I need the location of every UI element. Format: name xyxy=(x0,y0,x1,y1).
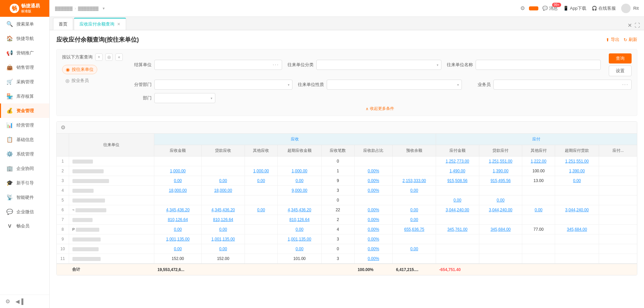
sidebar-item-marketing[interactable]: 📢 营销推广 xyxy=(0,46,49,60)
messages-button[interactable]: 💬 消息 99+ xyxy=(542,5,558,11)
sidebar-item-label: 基础信息 xyxy=(16,137,34,143)
cell-unit[interactable] xyxy=(69,166,154,176)
subfilter-by-staff[interactable]: ◎ 按业务员 xyxy=(62,76,97,85)
app-download-button[interactable]: 📱 App下载 xyxy=(563,5,586,11)
header-gear-icon[interactable]: ⚙ xyxy=(520,5,525,11)
subfilter-staff-icon: ◎ xyxy=(65,78,69,83)
online-service-button[interactable]: 🎧 在线客服 xyxy=(592,5,616,11)
table-footer-row: 合计 19,553,472,6... 100.00% 6,417,215....… xyxy=(57,264,637,275)
filter-department: 部门 ▾ xyxy=(128,93,215,103)
tab-ar-ap[interactable]: 应收应付余额查询 ✕ xyxy=(74,18,126,30)
sidebar-item-guide[interactable]: 🎓 新手引导 xyxy=(0,176,49,190)
filter-fields: 结算单位 ··· 往来单位分类 ▾ xyxy=(128,53,632,112)
home-tab-label: 首页 xyxy=(59,21,67,27)
sidebar-item-finance[interactable]: 💰 资金管理 xyxy=(0,103,49,118)
th-ar-group: 应收 xyxy=(154,134,436,145)
sidebar-item-vip[interactable]: V 畅会员 xyxy=(0,219,49,233)
filter-header: 按以下方案查询 + ◎ « xyxy=(62,53,123,61)
cell-unit[interactable] xyxy=(69,234,154,244)
filter-dept: 分管部门 ▾ xyxy=(128,80,292,90)
tab-close-icon[interactable]: ✕ xyxy=(117,22,120,27)
sidebar-item-system[interactable]: ⚙️ 系统管理 xyxy=(0,147,49,161)
logo-text-block: 畅捷通易 标准版 xyxy=(21,3,40,14)
th-ar-loan: 贷款应收 xyxy=(202,145,245,157)
cell-index: 1 xyxy=(57,157,69,166)
sidebar-item-wechat[interactable]: 💬 企业微信 xyxy=(0,205,49,219)
sidebar-item-purchase[interactable]: 🛒 采购管理 xyxy=(0,75,49,89)
sidebar-item-label: 系统管理 xyxy=(16,151,34,157)
breadcrumb-text: ▓▓▓▓▓▓ xyxy=(55,6,73,11)
ar-ap-table: 往来单位 应收 应付 应收金额 贷款应收 其他应收 超期应收金额 应收笔数 应收… xyxy=(57,134,637,275)
sidebar-item-label: 畅会员 xyxy=(16,223,30,229)
unit-category-label: 往来单位分类 xyxy=(287,62,314,68)
cell-index: 2 xyxy=(57,166,69,176)
sidebar-item-hardware[interactable]: 📡 智能硬件 xyxy=(0,190,49,205)
refresh-button[interactable]: ↻ 刷新 xyxy=(624,37,637,43)
sidebar-item-basic[interactable]: 📋 基础信息 xyxy=(0,132,49,147)
filter-area: 按以下方案查询 + ◎ « ◉ 按往来单位 ◎ xyxy=(56,49,637,116)
header: ▓▓▓▓▓▓ › ▓▓▓▓▓▓▓ ▾ ⚙ 💬 消息 99+ 📱 App下载 🎧 … xyxy=(50,0,644,17)
export-button[interactable]: ⬆ 导出 xyxy=(606,37,620,43)
unit-nature-select[interactable]: ▾ xyxy=(327,80,462,90)
table-settings-icon[interactable]: ⚙ xyxy=(61,124,65,131)
user-menu[interactable]: Rit xyxy=(621,4,639,13)
salesman-input[interactable]: ··· xyxy=(493,80,632,90)
subfilter-unit-label: 按往来单位 xyxy=(72,67,94,73)
purchase-icon: 🛒 xyxy=(6,79,13,85)
collapse-sidebar-icon[interactable]: ◀▐ xyxy=(15,298,23,305)
cell-unit[interactable]: P xyxy=(69,225,154,234)
cell-unit[interactable] xyxy=(69,254,154,264)
dept-label: 分管部门 xyxy=(128,82,152,88)
unit-nature-label: 往来单位性质 xyxy=(298,82,324,88)
filter-label: 按以下方案查询 xyxy=(62,54,93,60)
set-button[interactable]: 设置 xyxy=(609,65,632,76)
cell-unit[interactable] xyxy=(69,186,154,195)
table-row: 6~ 4,345,436.204,345,436.200.004,345,436… xyxy=(57,205,637,215)
dept-select[interactable]: ▾ xyxy=(154,80,292,90)
sidebar-item-search[interactable]: 🔍 搜索菜单 xyxy=(0,17,49,31)
cell-unit[interactable] xyxy=(69,244,154,254)
logo-name: 畅捷通易 xyxy=(21,3,40,9)
sidebar-item-quicknav[interactable]: 🏠 快捷导航 xyxy=(0,31,49,46)
table-row: 418,000.0018,000.009,000.0030.00%0.00 xyxy=(57,186,637,195)
subfilter-by-unit[interactable]: ◉ 按往来单位 xyxy=(62,65,97,74)
collapse-btn[interactable]: ∧ 收起更多条件 xyxy=(366,106,394,112)
table-row: 11152.00152.00101.0030.00% xyxy=(57,254,637,264)
sidebar-item-sales[interactable]: 👜 销售管理 xyxy=(0,60,49,75)
operations-icon: 📊 xyxy=(6,122,13,128)
settlement-input[interactable]: ··· xyxy=(154,60,282,70)
promo-button[interactable] xyxy=(529,6,538,10)
cell-unit[interactable] xyxy=(69,195,154,205)
sidebar-item-label: 智能硬件 xyxy=(16,194,34,201)
avatar xyxy=(621,4,631,13)
sidebar-item-label: 企业协同 xyxy=(16,166,34,172)
tab-home[interactable]: 首页 xyxy=(53,18,73,30)
cell-unit[interactable] xyxy=(69,157,154,166)
cell-unit[interactable]: ~ xyxy=(69,205,154,215)
filter-collapse-left-btn[interactable]: « xyxy=(115,53,123,61)
cell-unit[interactable] xyxy=(69,215,154,225)
filter-settlement: 结算单位 ··· xyxy=(128,60,282,70)
dept-chevron-icon: ▾ xyxy=(288,83,289,87)
filter-unit-name: 往来单位名称 xyxy=(447,60,601,70)
department-select[interactable]: ▾ xyxy=(154,93,215,103)
unit-name-input[interactable] xyxy=(476,60,601,70)
unit-name-label: 往来单位名称 xyxy=(447,62,473,68)
query-button[interactable]: 查询 xyxy=(609,53,632,63)
filter-options-btn[interactable]: ◎ xyxy=(105,53,113,61)
cell-index: 9 xyxy=(57,234,69,244)
tab-maximize-icon[interactable]: ⛶ xyxy=(635,23,640,29)
breadcrumb-dropdown-icon[interactable]: ▾ xyxy=(103,6,105,11)
cell-unit[interactable] xyxy=(69,176,154,186)
header-right: 💬 消息 99+ 📱 App下载 🎧 在线客服 Rit xyxy=(542,4,639,13)
settings-icon[interactable]: ⚙ xyxy=(5,298,10,305)
tab-close-window-icon[interactable]: ✕ xyxy=(628,22,632,29)
sidebar-item-corp[interactable]: 🏢 企业协同 xyxy=(0,161,49,176)
sidebar-item-operations[interactable]: 📊 经营管理 xyxy=(0,118,49,132)
unit-category-select[interactable]: ▾ xyxy=(316,60,441,70)
th-ar-prepay: 预收余额 xyxy=(393,145,436,157)
filter-add-btn[interactable]: + xyxy=(95,53,103,61)
sidebar-item-inventory[interactable]: 🏪 库存核算 xyxy=(0,89,49,103)
th-ap-group: 应付 xyxy=(436,134,637,145)
sidebar-item-label: 销售管理 xyxy=(16,64,34,71)
